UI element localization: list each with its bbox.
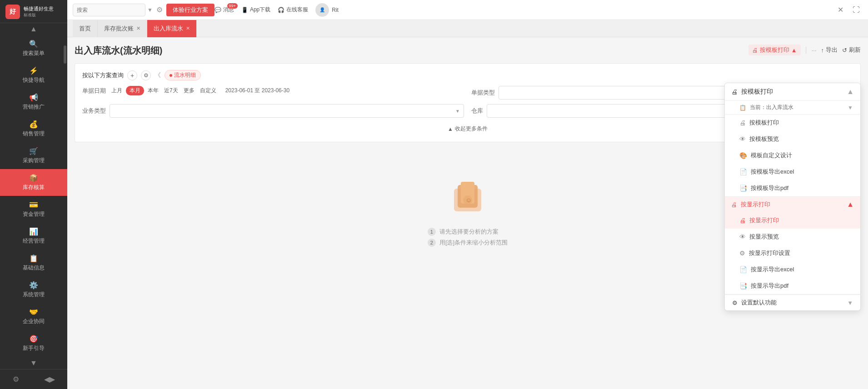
topbar-dropdown-arrow[interactable]: ▼ [147, 7, 153, 13]
sidebar-scrollbar[interactable] [64, 45, 66, 64]
dp-item-display-settings[interactable]: ⚙ 按显示打印设置 [725, 245, 860, 261]
date-btn-7days[interactable]: 近7天 [162, 86, 180, 95]
dp-template-pdf-label: 按模板导出pdf [751, 184, 788, 192]
dp-item-template-excel[interactable]: 📄 按模板导出excel [725, 164, 860, 180]
sidebar-settings-btn[interactable]: ⚙ [9, 373, 23, 385]
online-service-label: 在线客服 [286, 6, 308, 14]
gear-circle-icon: ⚙️ [29, 281, 38, 289]
phone-icon: 📱 [241, 7, 248, 13]
sidebar-item-basic[interactable]: 📋 基础信息 [0, 249, 67, 276]
date-btn-this-month[interactable]: 本月 [126, 86, 144, 95]
online-service-area[interactable]: 🎧 在线客服 [278, 6, 308, 14]
dp-display-excel-label: 按显示导出excel [751, 265, 794, 274]
dp-display-section: 🖨 按显示打印 👁 按显示预览 ⚙ 按显示打印设置 📄 按显示导出excel 📑 [725, 212, 860, 294]
refresh-button[interactable]: ↺ 刷新 [842, 46, 861, 54]
sidebar-item-coop[interactable]: 🤝 企业协同 [0, 303, 67, 330]
sidebar-item-purchase[interactable]: 🛒 采购管理 [0, 142, 67, 169]
sidebar-item-quick-nav[interactable]: ⚡ 快捷导航 [0, 62, 67, 89]
dp-item-display-excel[interactable]: 📄 按显示导出excel [725, 261, 860, 278]
logo-icon: 好 [5, 5, 20, 19]
toolbar-more-options[interactable]: ··· [812, 47, 817, 54]
cart-icon: 🛒 [29, 147, 38, 155]
money-icon: 💰 [29, 120, 38, 129]
filter-add-button[interactable]: + [127, 70, 137, 80]
dp-item-display-pdf[interactable]: 📑 按显示导出pdf [725, 278, 860, 294]
tab-batch-account[interactable]: 库存批次账 ✕ [98, 20, 147, 37]
app-badge: 标准版 [24, 12, 54, 18]
topbar-gear-icon[interactable]: ⚙ [156, 5, 163, 14]
dp-template-preview-icon: 👁 [739, 135, 746, 143]
dp-display-settings-label: 按显示打印设置 [749, 249, 790, 257]
sidebar-bottom: ⚙ ◀▶ [0, 369, 67, 389]
tab-inout-flow-close[interactable]: ✕ [186, 25, 190, 31]
dp-display-section-left: 🖨 按显示打印 [731, 200, 770, 209]
search-icon: 🔍 [29, 40, 38, 48]
dp-footer-arrow: ▼ [847, 299, 853, 306]
window-controls: ✕ ⛶ [835, 5, 863, 15]
close-window-btn[interactable]: ✕ [835, 5, 846, 15]
step-2-text: 用[选]条件来缩小分析范围 [439, 239, 508, 247]
tab-home-label: 首页 [79, 25, 91, 33]
dp-item-display-print[interactable]: 🖨 按显示打印 [725, 212, 860, 229]
sidebar-nav: 🔍 搜索菜单 ⚡ 快捷导航 📢 营销推广 💰 销售管理 🛒 采购管理 📦 库存核… [0, 35, 67, 357]
sidebar-item-search[interactable]: 🔍 搜索菜单 [0, 35, 67, 62]
print-template-label: 按模板打印 [760, 46, 789, 54]
empty-image: ☺ [445, 175, 490, 220]
sidebar-item-system[interactable]: ⚙️ 系统管理 [0, 276, 67, 303]
date-range-display: 2023-06-01 至 2023-06-30 [225, 87, 289, 95]
tab-batch-account-close[interactable]: ✕ [136, 25, 140, 31]
dp-item-template-preview[interactable]: 👁 按模板预览 [725, 131, 860, 147]
date-btn-custom[interactable]: 自定义 [198, 86, 218, 95]
svg-text:☺: ☺ [465, 196, 472, 204]
dp-item-display-preview[interactable]: 👁 按显示预览 [725, 229, 860, 245]
maximize-window-btn[interactable]: ⛶ [850, 5, 863, 15]
sidebar-item-guide[interactable]: 🎯 新手引导 [0, 330, 67, 357]
dp-display-collapse-icon[interactable]: ▲ [847, 200, 854, 209]
dp-template-custom-icon: 🎨 [739, 152, 747, 159]
date-btn-last-month[interactable]: 上月 [110, 86, 124, 95]
sidebar-item-sales[interactable]: 💰 销售管理 [0, 115, 67, 142]
sidebar-item-finance[interactable]: 💳 资金管理 [0, 196, 67, 223]
sidebar-item-marketing[interactable]: 📢 营销推广 [0, 89, 67, 115]
topbar-right: 💬 消息 99+ 📱 App下载 🎧 在线客服 👤 Rit [215, 3, 339, 17]
topbar-search-input[interactable] [73, 4, 145, 16]
user-area[interactable]: 👤 Rit [315, 3, 339, 17]
dp-collapse-icon[interactable]: ▲ [847, 88, 854, 96]
collapse-label: 收起更多条件 [455, 125, 488, 133]
dp-template-excel-label: 按模板导出excel [751, 168, 794, 176]
date-btn-more[interactable]: 更多 [182, 86, 196, 95]
sidebar-collapse-btn[interactable]: ◀▶ [40, 373, 59, 385]
filter-group-biztype: 业务类型 ▼ [82, 104, 464, 118]
sidebar-scroll-down[interactable]: ▼ [0, 357, 67, 369]
export-button[interactable]: ↑ 导出 [821, 46, 838, 54]
tab-batch-account-label: 库存批次账 [104, 25, 134, 33]
dp-item-template-custom[interactable]: 🎨 模板自定义设计 [725, 147, 860, 164]
user-name: Rit [332, 7, 339, 13]
dp-item-template-print[interactable]: 🖨 按模板打印 [725, 115, 860, 131]
dp-display-section-label: 按显示打印 [741, 200, 770, 209]
step-num-2: 2 [428, 239, 436, 247]
date-btn-this-year[interactable]: 本年 [146, 86, 160, 95]
filter-settings-button[interactable]: ⚙ [141, 70, 151, 80]
notification-area[interactable]: 💬 消息 99+ [215, 6, 234, 14]
chevron-up-icon-filter: ▲ [448, 126, 453, 132]
filter-tag-label: 流水明细 [174, 71, 196, 79]
tab-home[interactable]: 首页 [73, 20, 98, 37]
trial-button[interactable]: 体验行业方案 [166, 4, 215, 16]
dp-item-template-pdf[interactable]: 📑 按模板导出pdf [725, 180, 860, 196]
dp-footer[interactable]: ⚙ 设置默认功能 ▼ [725, 294, 860, 310]
megaphone-icon: 📢 [29, 93, 38, 102]
sidebar-item-business[interactable]: 📊 经营管理 [0, 223, 67, 249]
sidebar-scroll-up[interactable]: ▲ [0, 23, 67, 35]
tab-inout-flow[interactable]: 出入库流水 ✕ [147, 20, 197, 37]
print-template-button[interactable]: 🖨 按模板打印 ▲ [748, 45, 801, 55]
filter-collapse-button[interactable]: 《 [155, 71, 161, 80]
biztype-select[interactable]: ▼ [110, 104, 464, 118]
sidebar-item-inventory[interactable]: 📦 库存核算 [0, 169, 67, 196]
dp-display-section-header[interactable]: 🖨 按显示打印 ▲ [725, 197, 860, 212]
app-download-area[interactable]: 📱 App下载 [241, 6, 270, 14]
printer-icon: 🖨 [752, 47, 758, 54]
print-dropdown-panel: 🖨 按模板打印 ▲ 📋 当前：出入库流水 ▼ 🖨 按模板打印 [724, 83, 861, 311]
doctype-label: 单据类型 [471, 89, 495, 97]
dp-current: 📋 当前：出入库流水 ▼ [725, 101, 860, 114]
